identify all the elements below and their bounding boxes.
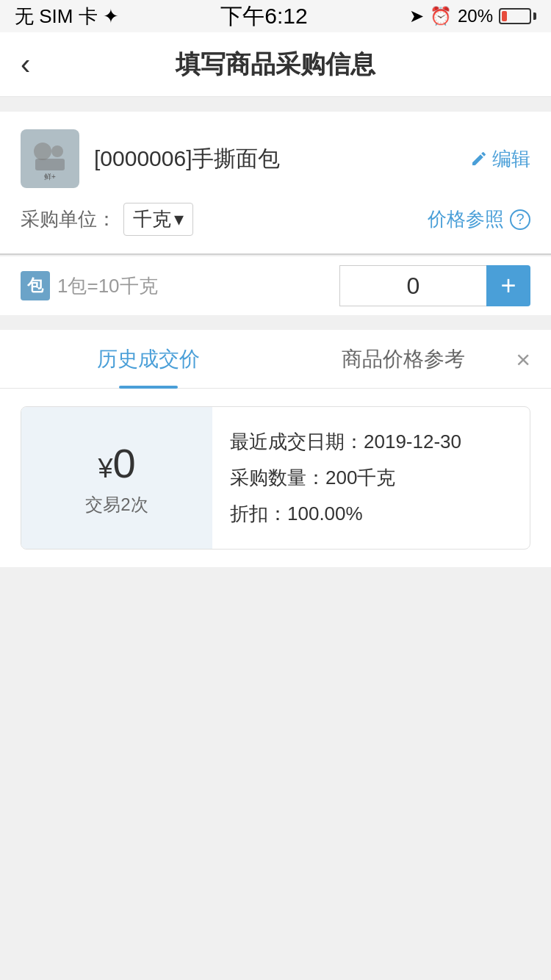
tab-close-button[interactable]: × [516, 345, 530, 373]
tabs-header: 历史成交价 商品价格参考 × [0, 330, 551, 389]
main-background [0, 567, 551, 980]
history-right-panel: 最近成交日期：2019-12-30 采购数量：200千克 折扣：100.00% [212, 407, 530, 549]
svg-rect-2 [35, 159, 65, 170]
edit-label: 编辑 [492, 146, 530, 172]
recent-date-value: 2019-12-30 [364, 430, 461, 453]
svg-text:鲜+: 鲜+ [44, 173, 56, 181]
history-trade-count: 交易2次 [85, 493, 148, 516]
product-header-left: 鲜+ [0000006]手撕面包 [21, 129, 280, 188]
quantity-row: 包 1包=10千克 0 + [0, 256, 551, 315]
battery-indicator [499, 8, 536, 24]
tab-history-price[interactable]: 历史成交价 [21, 330, 276, 389]
price-ref-label: 价格参照 [428, 206, 504, 232]
product-card: 鲜+ [0000006]手撕面包 编辑 采购单位： 千克 ▾ 价格参照 ? [0, 112, 551, 253]
edit-button[interactable]: 编辑 [470, 146, 530, 172]
unit-value: 千克 [133, 206, 171, 232]
recent-date-label: 最近成交日期： [230, 430, 364, 453]
unit-select-dropdown[interactable]: 千克 ▾ [123, 203, 193, 236]
battery-percent: 20% [458, 6, 493, 26]
purchase-qty-item: 采购数量：200千克 [230, 465, 512, 491]
product-header: 鲜+ [0000006]手撕面包 编辑 [21, 129, 530, 188]
status-right: ➤ ⏰ 20% [409, 6, 536, 26]
history-card: ¥0 交易2次 最近成交日期：2019-12-30 采购数量：200千克 折扣：… [21, 406, 530, 550]
price-symbol: ¥ [98, 453, 112, 483]
purchase-qty-value: 200千克 [325, 466, 395, 489]
product-icon: 鲜+ [21, 129, 79, 188]
help-icon: ? [510, 209, 530, 230]
quantity-unit-icon: 包 [21, 271, 50, 300]
svg-point-0 [34, 143, 51, 160]
recent-date-item: 最近成交日期：2019-12-30 [230, 429, 512, 455]
price-ref-button[interactable]: 价格参照 ? [428, 206, 530, 232]
quantity-input[interactable]: 0 [339, 265, 486, 306]
alarm-icon: ⏰ [430, 6, 452, 26]
status-bar: 无 SIM 卡 ✦ 下午6:12 ➤ ⏰ 20% [0, 0, 551, 32]
quantity-plus-button[interactable]: + [486, 265, 530, 306]
back-button[interactable]: ‹ [21, 48, 30, 81]
status-time: 下午6:12 [220, 1, 307, 32]
status-left: 无 SIM 卡 ✦ [15, 4, 119, 29]
tab-active-underline [119, 386, 178, 389]
product-name: [0000006]手撕面包 [94, 144, 280, 174]
quantity-unit-hint: 1包=10千克 [57, 273, 158, 299]
unit-label: 采购单位： 千克 ▾ [21, 203, 193, 236]
discount-value: 100.00% [287, 502, 363, 525]
discount-label: 折扣： [230, 502, 287, 525]
sim-wifi-text: 无 SIM 卡 ✦ [15, 4, 119, 29]
quantity-left: 包 1包=10千克 [21, 271, 158, 300]
svg-point-1 [51, 145, 63, 157]
page-title: 填写商品采购信息 [176, 48, 375, 82]
tab-product-price-ref[interactable]: 商品价格参考 [276, 330, 530, 389]
tabs-section: 历史成交价 商品价格参考 × ¥0 交易2次 最近成交日期：2019-12-30… [0, 330, 551, 567]
nav-bar: ‹ 填写商品采购信息 [0, 32, 551, 97]
quantity-controls: 0 + [339, 265, 530, 306]
history-price: ¥0 [98, 439, 135, 487]
edit-icon [470, 150, 488, 167]
history-content: ¥0 交易2次 最近成交日期：2019-12-30 采购数量：200千克 折扣：… [0, 389, 551, 567]
product-unit-row: 采购单位： 千克 ▾ 价格参照 ? [21, 203, 530, 236]
section-divider [0, 253, 551, 255]
dropdown-arrow-icon: ▾ [174, 208, 184, 231]
discount-item: 折扣：100.00% [230, 501, 512, 527]
purchase-qty-label: 采购数量： [230, 466, 325, 489]
price-value: 0 [112, 440, 135, 486]
history-left-panel: ¥0 交易2次 [21, 407, 212, 549]
location-icon: ➤ [409, 6, 424, 26]
